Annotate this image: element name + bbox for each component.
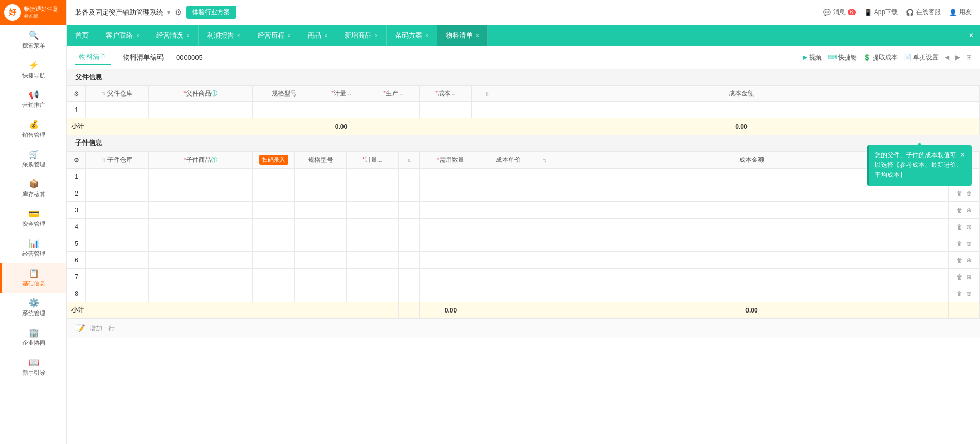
delete-icon-4[interactable]: 🗑 xyxy=(957,223,963,231)
child-cell-unit-cost-6[interactable] xyxy=(482,252,534,269)
child-cell-product-6[interactable] xyxy=(149,252,253,269)
child-cell-product-5[interactable] xyxy=(149,235,253,252)
app-download-button[interactable]: 📱 App下载 xyxy=(864,8,898,17)
parent-cell-unit[interactable] xyxy=(315,102,368,118)
sidebar-item-enterprise[interactable]: 🏢 企业协同 xyxy=(0,322,66,352)
copy-icon-7[interactable]: ⊕ xyxy=(966,273,972,281)
child-cell-action-6[interactable]: 🗑 ⊕ xyxy=(949,252,980,269)
tab-barcode[interactable]: 条码方案 × xyxy=(387,25,437,46)
child-cell-unit-cost-4[interactable] xyxy=(482,219,534,235)
child-cell-product-7[interactable] xyxy=(149,269,253,285)
copy-icon-8[interactable]: ⊕ xyxy=(966,290,972,297)
child-cell-spec-8[interactable] xyxy=(295,285,347,302)
sidebar-item-system[interactable]: ⚙️ 系统管理 xyxy=(0,293,66,322)
tab-history[interactable]: 经营历程 × xyxy=(249,25,300,46)
child-cell-action-3[interactable]: 🗑 ⊕ xyxy=(949,202,980,219)
child-cell-qty-8[interactable] xyxy=(420,285,482,302)
tab-operations-close[interactable]: × xyxy=(187,33,190,39)
sidebar-item-finance[interactable]: 💳 资金管理 xyxy=(0,203,66,233)
delete-icon-2[interactable]: 🗑 xyxy=(957,190,963,197)
child-cell-unit-3[interactable] xyxy=(347,202,399,219)
child-cell-qty-3[interactable] xyxy=(420,202,482,219)
bill-settings-button[interactable]: 📄 单据设置 xyxy=(904,53,938,62)
child-cell-spec-7[interactable] xyxy=(295,269,347,285)
tab-profit[interactable]: 利润报告 × xyxy=(199,25,249,46)
child-cell-unit-2[interactable] xyxy=(347,185,399,202)
close-all-tabs[interactable]: ✕ xyxy=(962,32,980,39)
child-cell-action-4[interactable]: 🗑 ⊕ xyxy=(949,219,980,235)
child-cell-unit-cost-5[interactable] xyxy=(482,235,534,252)
child-cell-action-7[interactable]: 🗑 ⊕ xyxy=(949,269,980,285)
parent-col-settings[interactable]: ⚙ xyxy=(67,86,86,102)
online-service-button[interactable]: 🎧 在线客服 xyxy=(906,8,941,17)
delete-icon-8[interactable]: 🗑 xyxy=(957,290,963,297)
child-cell-unit-8[interactable] xyxy=(347,285,399,302)
child-cell-unit-cost-2[interactable] xyxy=(482,185,534,202)
page-nav-next[interactable]: ▶ xyxy=(956,54,960,61)
tooltip-close-button[interactable]: × xyxy=(961,150,964,160)
child-cell-spec-6[interactable] xyxy=(295,252,347,269)
child-cell-unit-cost-1[interactable] xyxy=(482,169,534,185)
tab-bom-close[interactable]: × xyxy=(476,33,479,39)
child-cell-warehouse-7[interactable] xyxy=(86,269,149,285)
subtab-bom-list[interactable]: 物料清单 xyxy=(75,50,111,65)
tab-profit-close[interactable]: × xyxy=(237,33,240,39)
child-cell-qty-6[interactable] xyxy=(420,252,482,269)
shortcut-button[interactable]: ⌨ 快捷键 xyxy=(828,53,857,62)
child-cell-warehouse-6[interactable] xyxy=(86,252,149,269)
child-cell-qty-2[interactable] xyxy=(420,185,482,202)
parent-cell-warehouse[interactable] xyxy=(86,102,149,118)
parent-cell-production[interactable] xyxy=(368,102,420,118)
sidebar-item-operations[interactable]: 📊 经营管理 xyxy=(0,233,66,263)
child-col-settings[interactable]: ⚙ xyxy=(67,152,86,169)
child-cell-product-1[interactable] xyxy=(149,169,253,185)
child-cell-unit-cost-8[interactable] xyxy=(482,285,534,302)
child-cell-action-5[interactable]: 🗑 ⊕ xyxy=(949,235,980,252)
sidebar-item-basic-info[interactable]: 📋 基础信息 xyxy=(0,263,66,293)
child-cell-unit-1[interactable] xyxy=(347,169,399,185)
child-cell-spec-2[interactable] xyxy=(295,185,347,202)
copy-icon-4[interactable]: ⊕ xyxy=(966,223,972,231)
child-cell-warehouse-5[interactable] xyxy=(86,235,149,252)
parent-cell-spec[interactable] xyxy=(253,102,315,118)
tab-new-goods[interactable]: 新增商品 × xyxy=(336,25,387,46)
child-cell-product-3[interactable] xyxy=(149,202,253,219)
child-cell-qty-1[interactable] xyxy=(420,169,482,185)
child-cell-qty-5[interactable] xyxy=(420,235,482,252)
page-nav-prev[interactable]: ◀ xyxy=(945,54,949,61)
delete-icon-3[interactable]: 🗑 xyxy=(957,207,963,214)
tab-new-goods-close[interactable]: × xyxy=(375,33,378,39)
add-row-label[interactable]: 增加一行 xyxy=(90,324,115,333)
copy-icon-5[interactable]: ⊕ xyxy=(966,240,972,247)
grid-view-icon[interactable]: ⊞ xyxy=(966,54,972,61)
copy-icon-2[interactable]: ⊕ xyxy=(966,190,972,197)
parent-cell-product[interactable] xyxy=(149,102,253,118)
tab-customer[interactable]: 客户联络 × xyxy=(97,25,148,46)
trial-button[interactable]: 体验行业方案 xyxy=(186,6,236,19)
sidebar-item-marketing[interactable]: 📢 营销推广 xyxy=(0,85,66,114)
child-cell-qty-7[interactable] xyxy=(420,269,482,285)
dropdown-arrow-icon[interactable]: ▾ xyxy=(167,9,170,16)
tab-operations[interactable]: 经营情况 × xyxy=(148,25,199,46)
child-cell-unit-6[interactable] xyxy=(347,252,399,269)
child-cell-unit-cost-7[interactable] xyxy=(482,269,534,285)
messages-button[interactable]: 💬 消息 6 xyxy=(823,8,856,17)
child-cell-spec-1[interactable] xyxy=(295,169,347,185)
tab-home[interactable]: 首页 xyxy=(67,25,97,46)
scan-button[interactable]: 扫码录入 xyxy=(259,155,288,165)
view-video-button[interactable]: ▶ 视频 xyxy=(803,53,822,62)
delete-icon-5[interactable]: 🗑 xyxy=(957,240,963,247)
delete-icon-6[interactable]: 🗑 xyxy=(957,257,963,264)
child-cell-unit-5[interactable] xyxy=(347,235,399,252)
child-cell-unit-cost-3[interactable] xyxy=(482,202,534,219)
delete-icon-7[interactable]: 🗑 xyxy=(957,273,963,281)
subtab-bom-code[interactable]: 物料清单编码 xyxy=(119,51,168,64)
child-cell-unit-4[interactable] xyxy=(347,219,399,235)
child-cell-warehouse-8[interactable] xyxy=(86,285,149,302)
settings-icon[interactable]: ⚙ xyxy=(175,7,182,17)
copy-icon-3[interactable]: ⊕ xyxy=(966,207,972,214)
tab-goods-close[interactable]: × xyxy=(324,33,327,39)
child-cell-warehouse-2[interactable] xyxy=(86,185,149,202)
extract-cost-button[interactable]: 💲 提取成本 xyxy=(863,53,898,62)
child-cell-product-2[interactable] xyxy=(149,185,253,202)
